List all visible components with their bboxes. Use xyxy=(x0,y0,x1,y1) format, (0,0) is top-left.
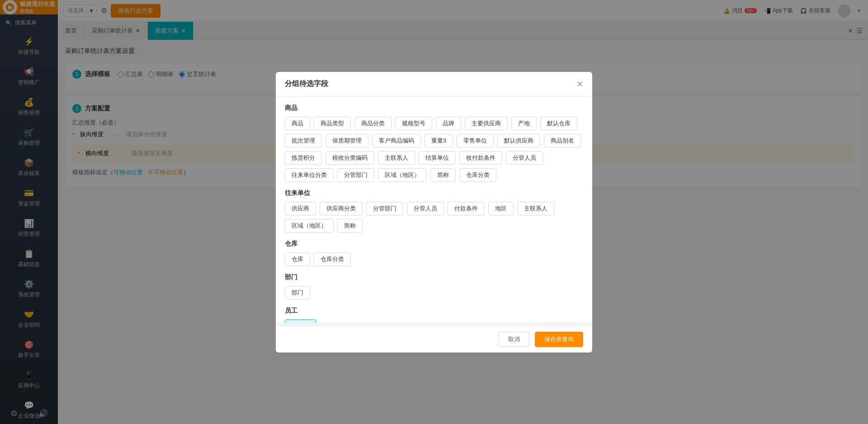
tag-employee-0[interactable]: 业务员 xyxy=(285,319,316,323)
modal-body: 商品 商品 商品类型 商品分类 规格型号 品牌 主要供应商 产地 默认仓库 批次… xyxy=(276,97,592,323)
tag-goods-13[interactable]: 默认供应商 xyxy=(497,134,540,148)
section-partner-tags: 供应商 供应商分类 分管部门 分管人员 付款条件 地区 主联系人 区域（地区） … xyxy=(285,202,583,233)
tag-partner-2[interactable]: 分管部门 xyxy=(366,202,403,215)
tag-partner-7[interactable]: 区域（地区） xyxy=(285,219,334,233)
modal-title: 分组待选字段 xyxy=(285,79,328,89)
tag-goods-0[interactable]: 商品 xyxy=(285,117,310,130)
tag-goods-7[interactable]: 默认仓库 xyxy=(540,117,577,130)
tag-goods-23[interactable]: 区域（地区） xyxy=(378,168,427,182)
tag-goods-24[interactable]: 简称 xyxy=(430,168,456,182)
tag-goods-12[interactable]: 零售单位 xyxy=(457,134,494,148)
section-department-tags: 部门 xyxy=(285,286,583,300)
section-goods-tags: 商品 商品类型 商品分类 规格型号 品牌 主要供应商 产地 默认仓库 批次管理 … xyxy=(285,117,583,182)
section-department-title: 部门 xyxy=(285,273,583,281)
tag-partner-0[interactable]: 供应商 xyxy=(285,202,316,215)
tag-goods-15[interactable]: 拣货积分 xyxy=(285,151,322,165)
tag-goods-11[interactable]: 重量3 xyxy=(425,134,453,148)
modal-close-icon[interactable]: ✕ xyxy=(576,79,583,89)
section-partner: 往来单位 供应商 供应商分类 分管部门 分管人员 付款条件 地区 主联系人 区域… xyxy=(285,189,583,233)
section-warehouse-title: 仓库 xyxy=(285,240,583,248)
tag-goods-17[interactable]: 主联系人 xyxy=(378,151,415,165)
tag-goods-19[interactable]: 收付款条件 xyxy=(459,151,502,165)
tag-department-0[interactable]: 部门 xyxy=(285,286,310,300)
tag-partner-8[interactable]: 简称 xyxy=(337,219,363,233)
section-goods-title: 商品 xyxy=(285,104,583,112)
tag-goods-18[interactable]: 结算单位 xyxy=(419,151,456,165)
tag-goods-20[interactable]: 分管人员 xyxy=(506,151,543,165)
section-department: 部门 部门 xyxy=(285,273,583,300)
tag-goods-9[interactable]: 保质期管理 xyxy=(326,134,368,148)
tag-goods-4[interactable]: 品牌 xyxy=(436,117,461,130)
cancel-button[interactable]: 取消 xyxy=(499,332,529,347)
tag-goods-1[interactable]: 商品类型 xyxy=(314,117,351,130)
section-warehouse: 仓库 仓库 仓库分类 xyxy=(285,240,583,266)
tag-goods-25[interactable]: 仓库分类 xyxy=(459,168,496,182)
section-goods: 商品 商品 商品类型 商品分类 规格型号 品牌 主要供应商 产地 默认仓库 批次… xyxy=(285,104,583,182)
tag-warehouse-0[interactable]: 仓库 xyxy=(285,252,310,266)
tag-partner-5[interactable]: 地区 xyxy=(488,202,514,215)
confirm-button[interactable]: 保存并查询 xyxy=(535,332,583,347)
tag-goods-2[interactable]: 商品分类 xyxy=(354,117,392,130)
tag-partner-3[interactable]: 分管人员 xyxy=(407,202,444,215)
section-employee-title: 员工 xyxy=(285,307,583,315)
section-employee: 员工 业务员 xyxy=(285,307,583,323)
section-partner-title: 往来单位 xyxy=(285,189,583,197)
field-select-modal: 分组待选字段 ✕ 商品 商品 商品类型 商品分类 规格型号 品牌 主要供应商 产… xyxy=(276,72,592,353)
tag-goods-10[interactable]: 客户商品编码 xyxy=(372,134,421,148)
tag-goods-5[interactable]: 主要供应商 xyxy=(465,117,508,130)
section-employee-tags: 业务员 xyxy=(285,319,583,323)
modal-footer: 取消 保存并查询 xyxy=(276,326,592,353)
modal-overlay[interactable]: 分组待选字段 ✕ 商品 商品 商品类型 商品分类 规格型号 品牌 主要供应商 产… xyxy=(0,0,868,424)
tag-goods-16[interactable]: 税收分类编码 xyxy=(326,151,374,165)
section-warehouse-tags: 仓库 仓库分类 xyxy=(285,252,583,266)
tag-warehouse-1[interactable]: 仓库分类 xyxy=(314,252,351,266)
tag-goods-3[interactable]: 规格型号 xyxy=(395,117,432,130)
tag-partner-6[interactable]: 主联系人 xyxy=(517,202,554,215)
modal-header: 分组待选字段 ✕ xyxy=(276,72,592,97)
tag-partner-4[interactable]: 付款条件 xyxy=(448,202,485,215)
tag-partner-1[interactable]: 供应商分类 xyxy=(320,202,363,215)
tag-goods-6[interactable]: 产地 xyxy=(511,117,537,130)
tag-goods-22[interactable]: 分管部门 xyxy=(337,168,374,182)
tag-goods-21[interactable]: 往来单位分类 xyxy=(285,168,334,182)
tag-goods-14[interactable]: 商品别名 xyxy=(544,134,581,148)
tag-goods-8[interactable]: 批次管理 xyxy=(285,134,322,148)
